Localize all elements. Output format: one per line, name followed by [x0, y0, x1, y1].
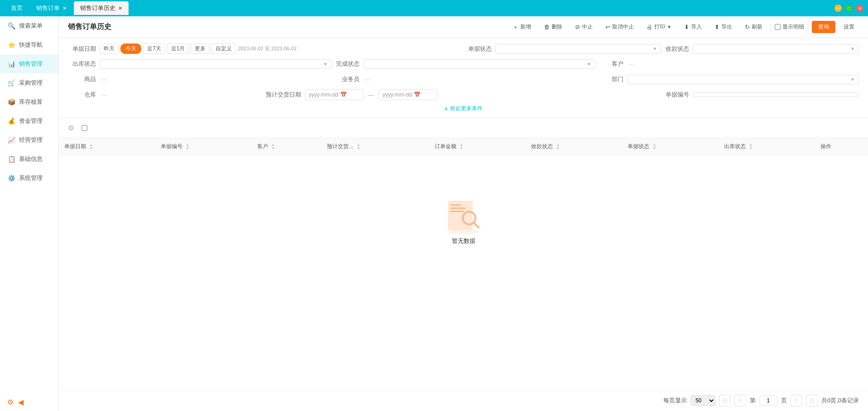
product-control: ···: [100, 74, 331, 85]
date-7days-btn[interactable]: 近7天: [143, 44, 165, 54]
sidebar-item-sales-mgmt[interactable]: 📊 销售管理: [0, 54, 58, 73]
payment-status-select[interactable]: ▼: [693, 44, 859, 53]
settings-btn[interactable]: 设置: [839, 21, 859, 33]
close-button[interactable]: ✕: [856, 5, 863, 12]
filter-salesperson: 业务员 ···: [331, 74, 595, 85]
date-today-btn[interactable]: 今天: [120, 44, 141, 54]
sidebar: 🔍 搜索菜单 ⭐ 快捷导航 📊 销售管理 🛒 采购管理 📦 库存核算 💰 资金管…: [0, 16, 59, 411]
filter-row-2: 出库状态 ▼ 完成状态 ▼ 客户 ···: [68, 58, 859, 69]
prev-page-btn[interactable]: ⟨: [734, 395, 746, 406]
expected-date-to-input[interactable]: yyyy-mm-dd 📅: [379, 89, 437, 100]
table-settings-icon[interactable]: ⚙: [66, 122, 76, 134]
expected-date-to-text: yyyy-mm-dd: [383, 92, 412, 98]
sidebar-item-quick-nav[interactable]: ⭐ 快捷导航: [0, 35, 58, 54]
tab-sales-order-history[interactable]: 销售订单历史 ✕: [74, 1, 129, 15]
sidebar-item-basic-info[interactable]: 📋 基础信息: [0, 150, 58, 169]
customer-label: 客户: [595, 60, 627, 68]
operation-mgmt-icon: 📈: [7, 136, 15, 144]
customer-picker-btn[interactable]: ···: [627, 58, 636, 69]
date-more-btn[interactable]: 更多: [191, 44, 210, 54]
warehouse-picker-btn[interactable]: ···: [100, 89, 109, 100]
expected-date-from-input[interactable]: yyyy-mm-dd 📅: [305, 89, 364, 100]
department-select[interactable]: ▼: [627, 75, 859, 84]
sidebar-item-search-menu-label: 搜索菜单: [19, 22, 43, 30]
salesperson-picker-btn[interactable]: ···: [363, 74, 372, 85]
filter-department: 部门 ▼: [595, 75, 859, 84]
refresh-button[interactable]: ↻ 刷新: [740, 21, 767, 33]
cancel-stop-button[interactable]: ↩ 取消中止: [601, 21, 638, 33]
new-button[interactable]: ＋ 新增: [508, 21, 536, 33]
filter-order-number: 单据编号: [661, 91, 859, 99]
page-number-input[interactable]: [759, 396, 777, 406]
product-picker-btn[interactable]: ···: [100, 74, 109, 85]
first-page-btn[interactable]: ⟨⟨: [719, 395, 731, 406]
sort-customer-icon[interactable]: ▲▼: [271, 143, 275, 150]
sort-date-icon[interactable]: ▲▼: [89, 143, 93, 150]
content-area: 销售订单历史 ＋ 新增 🗑 删除 ⊘ 中止 ↩ 取消中止: [59, 16, 868, 411]
th-amount-label: 订单金额: [435, 143, 456, 150]
collapse-link[interactable]: ∧ 收起更多条件: [68, 105, 859, 112]
completion-status-select[interactable]: ▼: [363, 59, 595, 69]
delete-button[interactable]: 🗑 删除: [539, 21, 567, 33]
sidebar-item-operation-mgmt[interactable]: 📈 经营管理: [0, 131, 58, 150]
delivery-status-label: 出库状态: [68, 60, 100, 68]
sort-amount-icon[interactable]: ▲▼: [460, 143, 463, 150]
print-button[interactable]: 🖨 打印 ▼: [642, 21, 676, 33]
stop-button[interactable]: ⊘ 中止: [571, 21, 597, 33]
settings-label: 设置: [844, 23, 854, 31]
page-size-label: 每页显示: [663, 396, 687, 405]
print-dropdown-icon[interactable]: ▼: [667, 24, 671, 29]
sidebar-item-inventory[interactable]: 📦 库存核算: [0, 92, 58, 111]
filter-product: 商品 ···: [68, 74, 331, 85]
date-separator: —: [365, 92, 377, 98]
page-label: 第: [750, 396, 756, 405]
th-delivery-status: 出库状态 ▲▼: [719, 138, 815, 155]
sort-payment-icon[interactable]: ▲▼: [556, 143, 560, 150]
sort-delivery-icon[interactable]: ▲▼: [749, 143, 753, 150]
tab-home[interactable]: 首页: [5, 1, 29, 15]
filter-warehouse: 仓库 ···: [68, 89, 266, 100]
show-detail-checkbox-label[interactable]: 显示明细: [775, 23, 804, 31]
tab-sales-order-close[interactable]: ✕: [62, 5, 67, 11]
delivery-status-select[interactable]: ▼: [100, 59, 331, 69]
sidebar-item-capital-mgmt[interactable]: 💰 资金管理: [0, 111, 58, 131]
sidebar-item-purchase-mgmt-label: 采购管理: [19, 79, 43, 87]
sidebar-collapse-icon[interactable]: ◀: [18, 398, 24, 406]
sidebar-item-basic-info-label: 基础信息: [19, 155, 43, 163]
export-label: 导出: [721, 23, 732, 31]
sidebar-item-search-menu[interactable]: 🔍 搜索菜单: [0, 16, 58, 35]
query-button[interactable]: 查询: [812, 21, 835, 33]
import-label: 导入: [691, 23, 702, 31]
minimize-button[interactable]: −: [834, 5, 842, 12]
print-label: 打印: [654, 23, 665, 31]
date-yesterday-btn[interactable]: 昨天: [100, 44, 119, 54]
th-customer-label: 客户: [257, 143, 268, 150]
expected-date-control: yyyy-mm-dd 📅 — yyyy-mm-dd 📅: [305, 89, 662, 100]
import-button[interactable]: ⬇ 导入: [680, 21, 706, 33]
date-custom-btn[interactable]: 自定义: [211, 44, 236, 54]
sidebar-item-quick-nav-label: 快捷导航: [19, 41, 43, 49]
main-layout: 🔍 搜索菜单 ⭐ 快捷导航 📊 销售管理 🛒 采购管理 📦 库存核算 💰 资金管…: [0, 16, 868, 411]
svg-rect-3: [450, 208, 466, 209]
date-1month-btn[interactable]: 近1月: [167, 44, 189, 54]
sort-order-status-icon[interactable]: ▲▼: [652, 143, 656, 150]
order-number-input[interactable]: [693, 92, 859, 97]
tab-sales-order[interactable]: 销售订单 ✕: [30, 1, 73, 15]
expected-date-label: 预计交货日期: [266, 91, 305, 99]
page-size-select[interactable]: 50 10 20 100: [691, 395, 715, 406]
payment-status-arrow: ▼: [850, 46, 855, 51]
sidebar-item-system-mgmt[interactable]: ⚙️ 系统管理: [0, 169, 58, 188]
next-page-btn[interactable]: ⟩: [791, 395, 802, 406]
sort-expected-icon[interactable]: ▲▼: [357, 143, 360, 150]
tab-sales-order-history-close[interactable]: ✕: [118, 5, 122, 11]
export-button[interactable]: ⬆ 导出: [710, 21, 737, 33]
show-detail-checkbox[interactable]: [775, 24, 781, 30]
sidebar-settings-icon[interactable]: ⚙: [7, 398, 14, 406]
sidebar-item-purchase-mgmt[interactable]: 🛒 采购管理: [0, 73, 58, 92]
maximize-button[interactable]: □: [845, 5, 853, 12]
last-page-btn[interactable]: ⟩⟩: [806, 395, 818, 406]
sort-number-icon[interactable]: ▲▼: [186, 143, 189, 150]
order-status-select[interactable]: ▼: [495, 44, 662, 53]
refresh-icon: ↻: [745, 24, 750, 30]
select-all-checkbox[interactable]: [82, 125, 87, 131]
